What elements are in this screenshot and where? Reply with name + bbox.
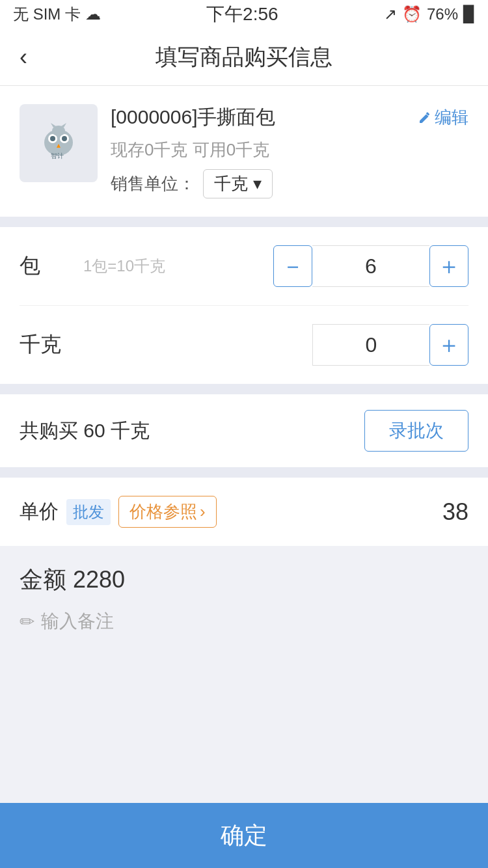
price-tag: 批发 [66,499,111,525]
nav-title: 填写商品购买信息 [156,42,332,72]
chevron-down-icon: ▾ [253,174,262,194]
kg-stepper: ＋ [312,324,468,366]
product-info: [0000006]手撕面包 编辑 现存0千克 可用0千克 销售单位： 千克 ▾ [111,104,468,198]
price-label: 单价 [20,498,59,525]
price-reference-button[interactable]: 价格参照 › [118,496,217,528]
product-logo: 智计 [39,120,78,167]
svg-point-4 [62,136,67,141]
total-text: 共购买 60 千克 [20,418,150,444]
bag-stepper: － ＋ [273,245,468,287]
amount-label: 金额 [20,566,66,593]
price-value: 38 [442,498,468,526]
kg-quantity-input[interactable] [312,324,429,366]
batch-button[interactable]: 录批次 [364,410,468,452]
bag-label: 包 [20,252,78,280]
note-row[interactable]: ✏ 输入备注 [20,609,468,634]
product-name-row: [0000006]手撕面包 编辑 [111,104,468,131]
confirm-button[interactable]: 确定 [0,803,488,868]
status-left: 无 SIM 卡 ☁ [13,4,101,25]
unit-selector[interactable]: 千克 ▾ [203,169,273,198]
divider-3 [0,467,488,478]
bag-plus-button[interactable]: ＋ [429,245,468,287]
location-icon: ↗ [384,5,397,23]
total-section: 共购买 60 千克 录批次 [0,394,488,467]
bag-minus-button[interactable]: － [273,245,312,287]
sim-status: 无 SIM 卡 ☁ [13,4,101,25]
kg-input-row: 千克 ＋ [20,306,468,384]
svg-text:智计: 智计 [51,152,64,159]
battery-level: 76% [427,5,458,23]
product-name: [0000006]手撕面包 [111,104,275,131]
edit-button[interactable]: 编辑 [418,106,468,129]
alarm-icon: ⏰ [402,5,422,23]
status-right: ↗ ⏰ 76% ▉ [384,5,475,23]
quantity-section: 包 1包=10千克 － ＋ 千克 ＋ [0,227,488,384]
status-time: 下午2:56 [206,2,278,27]
pencil-icon: ✏ [20,611,34,632]
bag-quantity-input[interactable] [312,245,429,287]
back-button[interactable]: ‹ [20,44,27,71]
product-image: 智计 [20,104,98,182]
product-unit-row: 销售单位： 千克 ▾ [111,169,468,198]
bag-hint: 1包=10千克 [83,256,273,277]
unit-label: 销售单位： [111,172,195,195]
product-card: 智计 [0000006]手撕面包 编辑 现存0千克 可用0千克 销售单位： 千克… [0,86,488,217]
battery-icon: ▉ [463,5,475,23]
svg-point-3 [50,136,55,141]
chevron-right-icon: › [200,502,206,522]
note-placeholder: 输入备注 [41,609,114,634]
amount-value: 2280 [73,566,125,593]
price-left: 单价 批发 价格参照 › [20,496,217,528]
status-bar: 无 SIM 卡 ☁ 下午2:56 ↗ ⏰ 76% ▉ [0,0,488,29]
edit-icon [418,111,432,125]
amount-row: 金额 2280 [20,564,468,596]
kg-plus-button[interactable]: ＋ [429,324,468,366]
kg-label: 千克 [20,331,78,359]
divider-2 [0,384,488,394]
price-section: 单价 批发 价格参照 › 38 [0,478,488,546]
divider-1 [0,217,488,227]
amount-section: 金额 2280 ✏ 输入备注 [0,546,488,647]
bag-input-row: 包 1包=10千克 － ＋ [20,227,468,306]
nav-bar: ‹ 填写商品购买信息 [0,29,488,86]
product-stock: 现存0千克 可用0千克 [111,139,468,161]
